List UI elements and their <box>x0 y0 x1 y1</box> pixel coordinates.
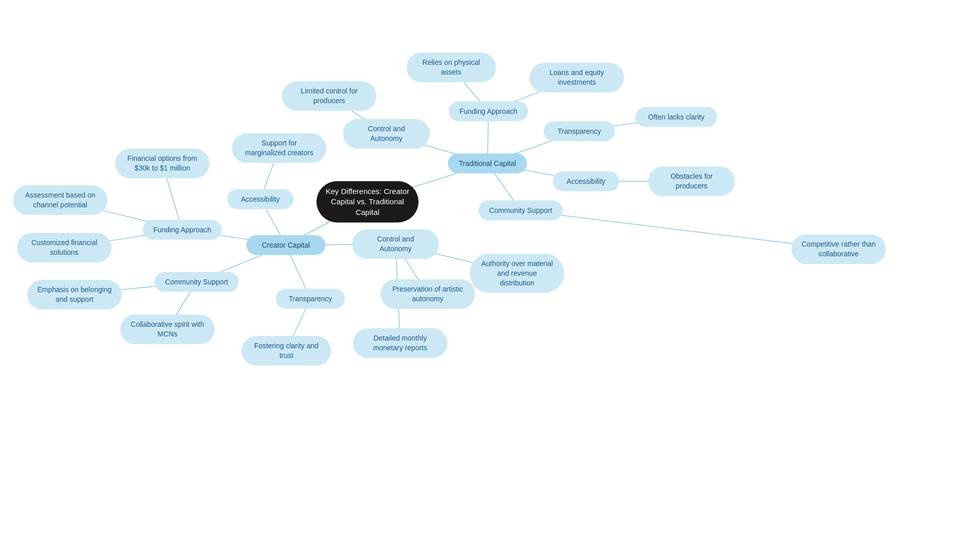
node-cc-channel: Assessment based on channel potential <box>13 185 108 215</box>
node-cc-belonging: Emphasis on belonging and support <box>28 280 122 309</box>
node-cc-fin-options: Financial options from $30k to $1 millio… <box>115 149 210 178</box>
node-trad-limited: Limited control for producers <box>282 81 377 111</box>
node-cc-preservation: Preservation of artistic autonomy <box>381 279 475 309</box>
node-cc-collaborative: Collaborative spirit with MCNs <box>120 315 215 344</box>
node-cc-funding: Funding Approach <box>143 220 222 240</box>
node-cc-clarity: Fostering clarity and trust <box>242 336 331 366</box>
node-cc-custom: Customized financial solutions <box>17 233 112 262</box>
node-trad-funding: Funding Approach <box>449 102 528 122</box>
node-cc-control: Control and Autonomy <box>352 229 439 259</box>
node-cc-transparency: Transparency <box>276 289 345 309</box>
node-trad-competitive: Competitive rather than collaborative <box>792 234 886 264</box>
mind-map: Key Differences: Creator Capital vs. Tra… <box>0 0 980 553</box>
node-trad-physical: Relies on physical assets <box>407 53 496 82</box>
node-trad-accessibility: Accessibility <box>553 172 619 191</box>
node-trad-community: Community Support <box>479 201 563 221</box>
node-cc-community: Community Support <box>155 272 239 292</box>
svg-line-27 <box>521 210 839 249</box>
node-creator-capital: Creator Capital <box>247 235 326 255</box>
node-trad-loans: Loans and equity investments <box>530 63 624 92</box>
node-trad-obstacles: Obstacles for producers <box>648 166 735 196</box>
node-trad-control: Control and Autonomy <box>343 119 430 149</box>
node-cc-marginalized: Support for marginalized creators <box>232 133 327 163</box>
node-cc-monthly: Detailed monthly monetary reports <box>353 328 448 358</box>
center-node: Key Differences: Creator Capital vs. Tra… <box>316 181 419 223</box>
node-trad-capital: Traditional Capital <box>448 154 527 174</box>
node-cc-authority: Authority over material and revenue dist… <box>470 254 565 293</box>
node-trad-transparency: Transparency <box>544 122 615 141</box>
node-trad-lacks-clarity: Often lacks clarity <box>635 107 717 127</box>
node-cc-accessibility: Accessibility <box>227 189 293 209</box>
